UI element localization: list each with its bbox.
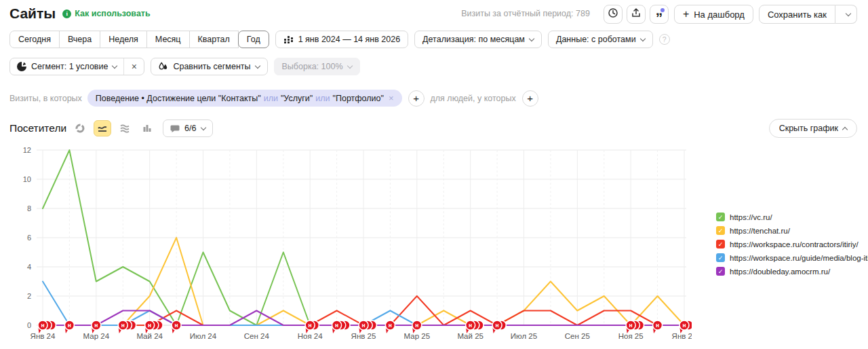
svg-text:н: н bbox=[496, 322, 499, 329]
period-toolbar: СегодняВчераНеделяМесяцКварталГод 1 янв … bbox=[9, 31, 859, 48]
svg-text:н: н bbox=[41, 322, 44, 329]
legend-checkbox-icon[interactable]: ✓ bbox=[716, 213, 725, 221]
notification-dot bbox=[660, 8, 665, 12]
visitors-chart: 024681012Янв 24Мар 24Май 24Июл 24Сен 24Н… bbox=[0, 146, 868, 349]
hide-chart-button[interactable]: Скрыть график bbox=[769, 119, 857, 138]
svg-text:н: н bbox=[94, 322, 98, 329]
range-button-квартал[interactable]: Квартал bbox=[189, 31, 239, 48]
legend-label: https://workspace.ru/guide/media/blog-it… bbox=[730, 254, 868, 262]
note-marker[interactable]: н bbox=[118, 320, 127, 333]
detail-label: Детализация: по месяцам bbox=[422, 35, 525, 44]
x-tick-label: Май 25 bbox=[457, 332, 484, 340]
range-button-сегодня[interactable]: Сегодня bbox=[9, 31, 60, 48]
comments-button[interactable]: 6/6 bbox=[163, 120, 212, 137]
history-button[interactable] bbox=[604, 5, 623, 24]
note-marker[interactable]: н bbox=[653, 320, 663, 333]
svg-text:н: н bbox=[309, 322, 312, 329]
data-mode-select[interactable]: Данные: с роботами bbox=[548, 31, 653, 48]
chart-type-pie-button[interactable] bbox=[71, 120, 89, 136]
legend-checkbox-icon[interactable]: ✓ bbox=[716, 240, 725, 249]
y-tick-label: 10 bbox=[23, 175, 31, 183]
note-marker[interactable]: н bbox=[64, 320, 74, 333]
svg-text:н: н bbox=[335, 322, 338, 329]
svg-text:н: н bbox=[361, 322, 365, 329]
sampling-select[interactable]: Выборка: 100% bbox=[274, 58, 360, 75]
chevron-down-icon bbox=[200, 124, 205, 130]
svg-text:н: н bbox=[629, 322, 633, 329]
note-marker[interactable]: н bbox=[492, 320, 502, 333]
range-button-вчера[interactable]: Вчера bbox=[59, 31, 100, 48]
help-icon[interactable]: ? bbox=[659, 34, 670, 45]
svg-text:н: н bbox=[656, 322, 659, 329]
segment-button[interactable]: Сегмент: 1 условие bbox=[10, 58, 123, 75]
save-as-label: Сохранить как bbox=[768, 10, 827, 20]
legend-item[interactable]: ✓https://workspace.ru/guide/media/blog-i… bbox=[716, 253, 868, 262]
save-as-menu-button[interactable] bbox=[835, 5, 857, 24]
note-marker[interactable]: н bbox=[332, 320, 342, 333]
svg-text:н: н bbox=[415, 322, 418, 329]
date-range-label: 1 янв 2024 — 14 янв 2026 bbox=[298, 35, 400, 44]
x-tick-label: Янв 24 bbox=[31, 332, 56, 340]
page-title: Сайты bbox=[9, 5, 56, 22]
chevron-down-icon bbox=[254, 62, 260, 68]
x-tick-label: Янв 26 bbox=[672, 332, 692, 340]
x-tick-label: Мар 25 bbox=[404, 332, 431, 340]
legend-item[interactable]: ✓https://workspace.ru/contractors/itiriy… bbox=[716, 240, 868, 249]
svg-text:н: н bbox=[175, 322, 178, 329]
x-tick-label: Июл 25 bbox=[511, 332, 537, 340]
x-tick-label: Май 24 bbox=[136, 332, 163, 340]
chart-type-line-button[interactable] bbox=[94, 120, 111, 136]
hide-chart-label: Скрыть график bbox=[779, 124, 838, 133]
segment-clear-button[interactable]: × bbox=[123, 58, 144, 75]
x-tick-label: Сен 24 bbox=[244, 332, 270, 340]
ai-assistant-button[interactable]: „ bbox=[650, 5, 669, 24]
add-visit-condition-button[interactable]: + bbox=[408, 90, 425, 107]
add-to-dashboard-button[interactable]: + На дашборд bbox=[674, 5, 753, 24]
visits-in-which-label: Визиты, в которых bbox=[9, 94, 82, 103]
goal-filter-chip[interactable]: Поведение • Достижение цели "Контакты"ил… bbox=[87, 90, 402, 107]
legend-checkbox-icon[interactable]: ✓ bbox=[716, 253, 725, 262]
svg-text:н: н bbox=[389, 322, 392, 329]
save-as-button[interactable]: Сохранить как bbox=[759, 5, 835, 24]
range-button-месяц[interactable]: Месяц bbox=[146, 31, 190, 48]
add-to-dashboard-label: На дашборд bbox=[694, 10, 745, 20]
y-tick-label: 4 bbox=[27, 263, 31, 271]
legend-item[interactable]: ✓https://tenchat.ru/ bbox=[716, 226, 868, 235]
y-tick-label: 6 bbox=[27, 234, 31, 242]
chevron-down-icon bbox=[112, 62, 117, 68]
date-range-button[interactable]: 1 янв 2024 — 14 янв 2026 bbox=[275, 31, 408, 48]
range-button-год[interactable]: Год bbox=[238, 31, 269, 48]
legend-checkbox-icon[interactable]: ✓ bbox=[716, 226, 725, 235]
svg-text:н: н bbox=[148, 322, 151, 329]
x-tick-label: Сен 25 bbox=[565, 332, 590, 340]
detail-select[interactable]: Детализация: по месяцам bbox=[414, 31, 542, 48]
note-marker[interactable]: н bbox=[172, 320, 181, 333]
legend-label: https://vc.ru/ bbox=[730, 213, 772, 221]
note-marker[interactable]: н bbox=[385, 320, 395, 333]
how-to-use-link[interactable]: i Как использовать bbox=[62, 9, 150, 18]
svg-text:н: н bbox=[682, 322, 686, 329]
sampling-label: Выборка: 100% bbox=[282, 62, 343, 71]
export-icon bbox=[631, 7, 642, 21]
chart-type-areas-button[interactable] bbox=[116, 120, 134, 136]
export-button[interactable] bbox=[627, 5, 646, 24]
compare-segments-button[interactable]: Сравнить сегменты bbox=[151, 58, 267, 75]
chart-type-columns-button[interactable] bbox=[138, 120, 156, 136]
chevron-down-icon bbox=[347, 62, 352, 68]
chevron-down-icon bbox=[529, 35, 534, 41]
line-chart-canvas[interactable]: 024681012Янв 24Мар 24Май 24Июл 24Сен 24Н… bbox=[0, 146, 692, 349]
legend-label: https://tenchat.ru/ bbox=[730, 227, 790, 235]
add-people-condition-button[interactable]: + bbox=[522, 90, 538, 107]
legend-item[interactable]: ✓https://vc.ru/ bbox=[716, 213, 868, 221]
chip-close-icon[interactable]: × bbox=[389, 93, 394, 103]
x-tick-label: Мар 24 bbox=[83, 332, 110, 340]
legend-item[interactable]: ✓https://doubleday.amocrm.ru/ bbox=[716, 267, 868, 276]
comments-count: 6/6 bbox=[184, 124, 196, 133]
segment-pie-icon bbox=[17, 62, 26, 71]
y-tick-label: 8 bbox=[27, 204, 31, 213]
range-button-неделя[interactable]: Неделя bbox=[100, 31, 147, 48]
legend-checkbox-icon[interactable]: ✓ bbox=[716, 267, 725, 276]
plus-icon: + bbox=[683, 8, 689, 20]
svg-text:н: н bbox=[68, 322, 71, 329]
info-icon: i bbox=[62, 10, 71, 18]
